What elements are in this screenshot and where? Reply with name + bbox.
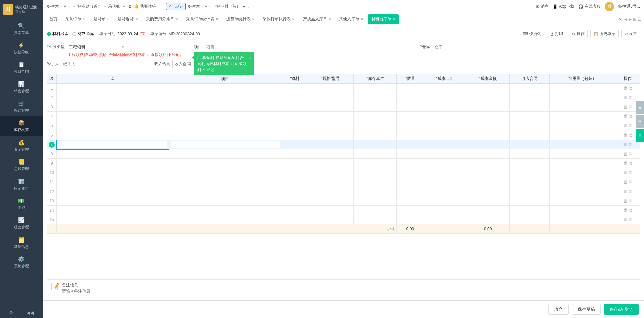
- business-type-select[interactable]: 工程领料 ▼: [67, 43, 127, 51]
- tab-goods-in-return[interactable]: 进货退货✕: [114, 14, 142, 24]
- tab-home[interactable]: 首页: [46, 14, 61, 24]
- row-copy-icon[interactable]: ⧉: [629, 123, 632, 128]
- row-copy-icon[interactable]: ⧉: [629, 104, 632, 110]
- tab-close-other-in[interactable]: ✕: [361, 17, 363, 21]
- tabbar-close-all[interactable]: ✕: [618, 17, 622, 22]
- sidebar-item-salary[interactable]: 💵 工资: [0, 194, 43, 214]
- row-copy-icon[interactable]: ⧉: [629, 198, 632, 204]
- topbar-link-shengyi2[interactable]: 好生意（首）: [188, 4, 212, 9]
- row-delete-icon[interactable]: 🗑: [623, 217, 628, 222]
- topbar-link-yidaizhang[interactable]: 易代账: [108, 4, 120, 9]
- income-contract-dots-icon[interactable]: ...: [635, 60, 640, 64]
- row-delete-icon[interactable]: 🗑: [623, 123, 628, 128]
- tab-next-icon[interactable]: ▶: [629, 17, 632, 22]
- row-delete-icon[interactable]: 🗑: [623, 86, 628, 91]
- project-dots-icon[interactable]: ...: [409, 43, 414, 47]
- topbar-experience[interactable]: 🔔 我要体验一下: [134, 4, 164, 9]
- discard-button[interactable]: 放弃: [548, 304, 569, 315]
- row-delete-icon[interactable]: 🗑: [623, 151, 628, 157]
- tab-purchase-order[interactable]: 采购订单✕: [62, 14, 89, 24]
- radio-material-return[interactable]: 材料退库: [72, 31, 94, 37]
- print-btn[interactable]: 🖨打印: [547, 30, 566, 38]
- tab-close-purchase-exec[interactable]: ✕: [292, 17, 295, 21]
- tab-close-product-in[interactable]: ✕: [328, 17, 331, 21]
- handler-dots-icon[interactable]: ...: [143, 60, 148, 64]
- topbar-link-haoyecai2[interactable]: +好业财（首）: [214, 4, 240, 9]
- topbar-message[interactable]: ✉ 消息: [536, 4, 549, 9]
- sidebar-item-search[interactable]: 🔍 搜索菜单: [0, 19, 43, 39]
- collapse-icon[interactable]: ◀◀: [26, 310, 34, 315]
- cell-input-material[interactable]: [171, 141, 280, 148]
- topbar-link-shengyi[interactable]: 好生意（首）: [47, 4, 71, 9]
- sidebar-item-assets[interactable]: 🏢 固定资产: [0, 175, 43, 194]
- sidebar-item-shortcut[interactable]: ⚡ 快捷导航: [0, 39, 43, 58]
- topbar-online-service[interactable]: 🎧 在线客服: [578, 4, 601, 9]
- row-delete-icon[interactable]: 🗑: [623, 189, 628, 194]
- sidebar-item-inventory[interactable]: 📦 库存核算: [0, 116, 43, 136]
- topbar-dropdown-icon[interactable]: ▼: [122, 4, 126, 9]
- row-copy-icon[interactable]: ⧉: [629, 161, 632, 166]
- settings-bottom-icon[interactable]: ⚙: [9, 310, 13, 315]
- row-delete-icon[interactable]: 🗑: [623, 104, 628, 110]
- tab-close-material-out[interactable]: ✕: [393, 17, 395, 21]
- notes-input[interactable]: [62, 289, 636, 294]
- sidebar-item-project[interactable]: 📋 项目合同: [0, 58, 43, 77]
- right-edge-icon-2[interactable]: ✏: [636, 115, 644, 128]
- row-copy-icon[interactable]: ⧉: [629, 86, 632, 91]
- project-input[interactable]: [204, 43, 407, 51]
- save-draft-button[interactable]: 保存草稿: [572, 304, 601, 315]
- cell-input-project[interactable]: [58, 141, 167, 148]
- row-delete-icon[interactable]: 🗑: [623, 170, 628, 175]
- row-copy-icon[interactable]: ⧉: [629, 132, 632, 138]
- row-delete-icon[interactable]: 🗑: [623, 208, 628, 213]
- row-copy-icon[interactable]: ⧉: [629, 151, 632, 157]
- warehouse-dots-icon[interactable]: ...: [635, 43, 640, 47]
- history-btn[interactable]: 📋历史单据: [590, 30, 619, 38]
- tab-close-goods-in[interactable]: ✕: [107, 17, 110, 21]
- tab-purchase-stats[interactable]: 采购订单统计表✕: [182, 14, 222, 24]
- tab-purchase-exec[interactable]: 采购订单执行表✕: [259, 14, 299, 24]
- tooltip-close-btn[interactable]: ×: [249, 55, 251, 61]
- topbar-more[interactable]: +…: [243, 4, 249, 9]
- tab-close-purchase-expense[interactable]: ✕: [175, 17, 178, 21]
- tab-goods-in-stats[interactable]: 进货单统计表✕: [223, 14, 258, 24]
- tab-close-goods-in-stats[interactable]: ✕: [252, 17, 255, 21]
- row-copy-icon[interactable]: ⧉: [629, 95, 632, 100]
- th-settings[interactable]: ⚙: [47, 74, 57, 84]
- tab-grid-icon[interactable]: ⊞: [633, 17, 636, 22]
- sidebar-item-purchase[interactable]: 🛒 采购管理: [0, 97, 43, 116]
- tab-other-in[interactable]: 其他入库单✕: [335, 14, 367, 24]
- row-copy-icon[interactable]: ⧉: [629, 217, 632, 222]
- tab-list-icon[interactable]: ☰: [638, 17, 641, 22]
- sidebar-item-sales[interactable]: 📊 销售管理: [0, 77, 43, 97]
- row-delete-icon[interactable]: 🗑: [623, 161, 628, 166]
- topbar-app-download[interactable]: 📱 App下载: [553, 4, 574, 9]
- operation-btn[interactable]: ⚙操作: [569, 30, 588, 38]
- row-delete-icon[interactable]: 🗑: [623, 179, 628, 185]
- row-delete-icon[interactable]: 🗑: [623, 95, 628, 100]
- shortcut-key-btn[interactable]: ⌨快捷键: [520, 30, 544, 38]
- row-delete-icon[interactable]: 🗑: [623, 198, 628, 204]
- row-copy-icon[interactable]: ⧉: [629, 189, 632, 194]
- handler-input[interactable]: [61, 60, 141, 68]
- add-row-btn[interactable]: +: [49, 142, 55, 148]
- tab-purchase-expense[interactable]: 采购费用分摊单✕: [142, 14, 182, 24]
- tab-product-in[interactable]: 产成品入库单✕: [299, 14, 335, 24]
- tab-close-purchase-order[interactable]: ✕: [83, 17, 86, 21]
- tab-prev-icon[interactable]: ◀: [624, 17, 627, 22]
- sidebar-item-operations[interactable]: 📈 经营管理: [0, 214, 43, 233]
- row-delete-icon[interactable]: 🗑: [623, 132, 628, 138]
- right-edge-icon-1[interactable]: ⊞: [636, 101, 644, 114]
- topbar-link-haoyecai[interactable]: 好业财（首）: [77, 4, 102, 9]
- calendar-icon[interactable]: 📅: [140, 32, 145, 36]
- row-copy-icon[interactable]: ⧉: [629, 170, 632, 175]
- settings-btn[interactable]: ⚙设置: [621, 30, 640, 38]
- tab-close-purchase-stats[interactable]: ✕: [216, 17, 218, 21]
- warehouse-input[interactable]: [432, 43, 633, 51]
- sidebar-item-system[interactable]: ⚙️ 系统管理: [0, 253, 43, 272]
- row-delete-icon[interactable]: 🗑: [623, 114, 628, 119]
- sidebar-item-finance[interactable]: 💰 资金管理: [0, 136, 43, 155]
- sidebar-item-ledger[interactable]: 📒 总账管理: [0, 155, 43, 175]
- row-copy-icon[interactable]: ⧉: [629, 114, 632, 119]
- topbar-settings-icon[interactable]: ⚙: [128, 4, 132, 9]
